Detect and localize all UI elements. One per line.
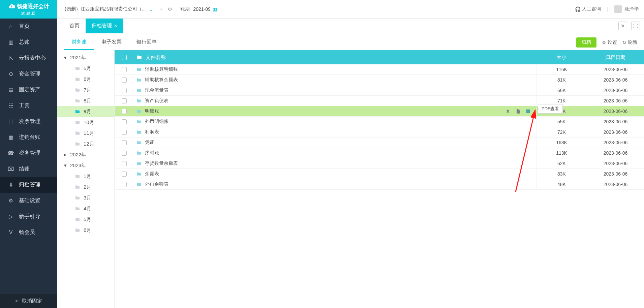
table-row[interactable]: 资产负债表71K2023-06-06: [115, 96, 644, 106]
row-checkbox[interactable]: [122, 140, 127, 145]
tree-year-2022年[interactable]: ▸2022年: [57, 149, 114, 160]
row-checkbox[interactable]: [122, 88, 127, 93]
tab-归档管理[interactable]: 归档管理✕: [86, 19, 123, 33]
sidebar-item-tax[interactable]: ☎税务管理: [0, 145, 57, 161]
tree-month-2023年-5月[interactable]: 5月: [57, 214, 114, 225]
file-name: 外币明细账: [145, 119, 168, 125]
row-checkbox[interactable]: [122, 161, 127, 166]
sidebar-item-asset[interactable]: ▤固定资产: [0, 82, 57, 98]
file-table: 文件名称 大小 归档日期 辅助核算明细账116K2023-06-06辅助核算余额…: [115, 50, 644, 308]
row-checkbox[interactable]: [122, 151, 127, 156]
sidebar-item-archive[interactable]: ⇩归档管理: [0, 177, 57, 193]
table-row[interactable]: 序时账113K2023-06-06: [115, 148, 644, 158]
sidebar-item-label: 云报表中心: [19, 55, 46, 62]
folder-icon: [75, 120, 80, 125]
download-icon[interactable]: [504, 108, 511, 115]
sidebar-item-member[interactable]: V畅会员: [0, 224, 57, 240]
row-checkbox[interactable]: [122, 109, 127, 114]
tree-month-2021年-7月[interactable]: 7月: [57, 85, 114, 95]
consult-link[interactable]: 🎧 人工咨询: [575, 6, 601, 12]
table-row[interactable]: 明细账46K2023-06-06: [115, 106, 644, 117]
subtab-电子发票[interactable]: 电子发票: [94, 35, 129, 50]
chevron-down-icon[interactable]: ⌄: [149, 6, 153, 12]
unpin-icon: ⇤: [16, 298, 20, 304]
table-row[interactable]: 凭证163K2023-06-06: [115, 137, 644, 148]
folder-icon: [136, 98, 142, 103]
tree-month-2023年-2月[interactable]: 2月: [57, 182, 114, 192]
pdf-preview-icon[interactable]: [525, 108, 531, 115]
refresh-label: 刷新: [628, 39, 637, 45]
subtab-银行回单[interactable]: 银行回单: [129, 35, 164, 50]
row-checkbox[interactable]: [122, 130, 127, 135]
user-menu[interactable]: 徐泽华: [614, 5, 639, 13]
tab-首页[interactable]: 首页: [63, 19, 86, 33]
row-checkbox[interactable]: [122, 67, 127, 72]
sidebar-item-ledger[interactable]: ▥总账: [0, 34, 57, 50]
archive-button[interactable]: 归档: [576, 37, 596, 48]
row-checkbox[interactable]: [122, 119, 127, 124]
table-row[interactable]: 余额表83K2023-06-06: [115, 169, 644, 179]
table-row[interactable]: 辅助核算余额表81K2023-06-06: [115, 75, 644, 85]
sidebar-item-label: 税务管理: [19, 150, 40, 157]
file-name: 余额表: [145, 171, 159, 177]
sidebar-item-setting[interactable]: ⚙基础设置: [0, 193, 57, 209]
sidebar-item-label: 基础设置: [19, 197, 40, 204]
tree-month-label: 10月: [84, 119, 94, 126]
tree-month-label: 9月: [84, 109, 91, 115]
table-row[interactable]: 外币余额表48K2023-06-06: [115, 179, 644, 190]
sidebar-item-home[interactable]: ⌂首页: [0, 19, 57, 34]
gear-icon[interactable]: ⚙: [165, 5, 174, 13]
period-value[interactable]: 2021-09: [193, 6, 210, 12]
add-icon[interactable]: ＋: [157, 5, 165, 13]
row-checkbox[interactable]: [122, 78, 127, 83]
archive-date: 2023-06-06: [587, 158, 644, 168]
tree-month-2023年-4月[interactable]: 4月: [57, 203, 114, 214]
table-row[interactable]: 存货数量余额表62K2023-06-06: [115, 158, 644, 169]
tree-month-2021年-5月[interactable]: 5月: [57, 63, 114, 74]
tree-month-2023年-3月[interactable]: 3月: [57, 192, 114, 203]
folder-icon: [136, 77, 142, 83]
tree-year-2021年[interactable]: ▾2021年: [57, 52, 114, 63]
tree-month-2021年-10月[interactable]: 10月: [57, 117, 114, 128]
tab-label: 首页: [69, 23, 80, 29]
tree-month-label: 7月: [84, 87, 91, 93]
sidebar-item-close[interactable]: ⌧结账: [0, 161, 57, 177]
calendar-icon[interactable]: ▦: [211, 5, 219, 13]
company-selector[interactable]: (勿删）江西服宝精品有限责任公司（...: [65, 6, 146, 12]
table-row[interactable]: 外币明细账55K2023-06-06: [115, 117, 644, 127]
tree-month-2021年-9月[interactable]: 9月: [57, 106, 114, 117]
pdf-icon[interactable]: [515, 108, 521, 115]
table-row[interactable]: 现金流量表66K2023-06-06: [115, 85, 644, 96]
tree-year-label: 2021年: [70, 55, 86, 61]
tree-month-2023年-1月[interactable]: 1月: [57, 171, 114, 182]
refresh-link[interactable]: ↻ 刷新: [622, 39, 637, 45]
sidebar-unpin[interactable]: ⇤ 取消固定: [0, 294, 57, 308]
tree-month-2023年-6月[interactable]: 6月: [57, 225, 114, 236]
tree-year-2023年[interactable]: ▾2023年: [57, 160, 114, 171]
row-checkbox[interactable]: [122, 98, 127, 103]
close-tab-button[interactable]: ✕: [618, 22, 627, 30]
sidebar-item-salary[interactable]: ☷工资: [0, 98, 57, 114]
file-name: 利润表: [145, 129, 159, 135]
select-all-checkbox[interactable]: [122, 55, 127, 60]
folder-icon: [75, 206, 80, 211]
sidebar-item-report[interactable]: ⇱云报表中心: [0, 50, 57, 66]
table-row[interactable]: 利润表72K2023-06-06: [115, 127, 644, 137]
table-row[interactable]: 辅助核算明细账116K2023-06-06: [115, 64, 644, 75]
sidebar-item-stock[interactable]: ▦进销台账: [0, 129, 57, 145]
file-size: 81K: [536, 75, 587, 85]
tree-month-2021年-11月[interactable]: 11月: [57, 128, 114, 138]
sidebar-unpin-label: 取消固定: [22, 298, 42, 304]
sidebar-item-fund[interactable]: ⊙资金管理: [0, 66, 57, 82]
subtab-财务账[interactable]: 财务账: [64, 35, 94, 50]
tree-month-2021年-6月[interactable]: 6月: [57, 74, 114, 85]
row-checkbox[interactable]: [122, 182, 127, 187]
sidebar-item-guide[interactable]: ▷新手引导: [0, 209, 57, 224]
tree-month-2021年-8月[interactable]: 8月: [57, 95, 114, 106]
sidebar-item-invoice[interactable]: ◫发票管理: [0, 114, 57, 129]
close-icon[interactable]: ✕: [114, 24, 117, 28]
row-checkbox[interactable]: [122, 172, 127, 177]
tree-month-2021年-12月[interactable]: 12月: [57, 138, 114, 149]
settings-link[interactable]: ⚙ 设置: [602, 39, 617, 45]
fullscreen-button[interactable]: ⛶: [631, 22, 640, 30]
